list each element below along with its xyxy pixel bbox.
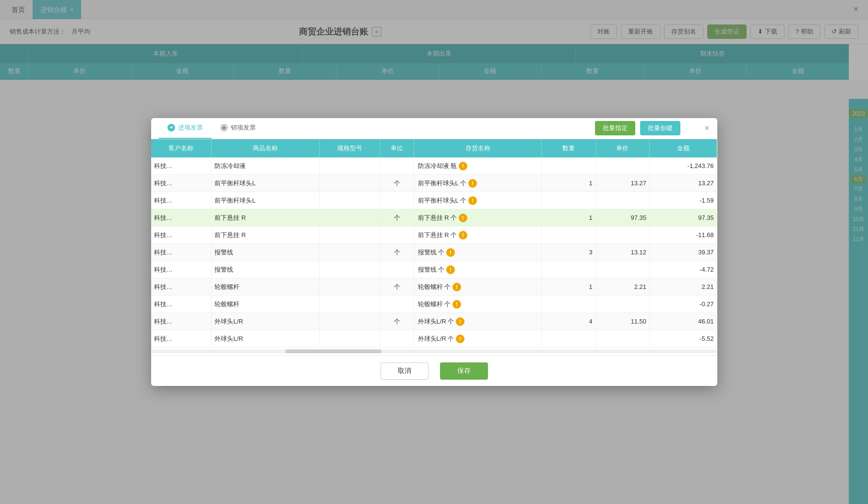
table-row: 科技…报警线个报警线 个 !313.1239.37 [151,244,717,261]
dialog-actions: 批量指定 批量创建 [595,121,680,135]
table-row: 科技…外球头L/R外球头L/R 个 !-5.52 [151,330,717,348]
warning-icon: ! [459,214,467,222]
dialog-table-wrap[interactable]: 客户名称 商品名称 规格型号 单位 存货名称 数量 单价 金额 科技…防冻冷却液… [151,139,717,356]
warning-icon: ! [452,300,461,309]
table-row: 科技…轮毂螺杆轮毂螺杆 个 !-0.27 [151,296,717,313]
col-amount: 金额 [650,139,717,157]
table-row: 科技…外球头L/R个外球头L/R 个 !411.5046.01 [151,313,717,330]
scrollbar-thumb[interactable] [285,349,381,353]
table-row: 科技…轮毂螺杆个轮毂螺杆 个 !12.212.21 [151,278,717,296]
batch-create-button[interactable]: 批量创建 [640,121,680,135]
modal-overlay: ✦ 进项发票 ◈ 销项发票 批量指定 批量创建 × [0,0,868,504]
outgoing-tab-icon: ◈ [220,124,228,132]
col-price: 单价 [595,139,649,157]
incoming-tab-icon: ✦ [167,124,175,132]
warning-icon: ! [459,162,467,170]
warning-icon: ! [452,283,461,291]
col-spec: 规格型号 [320,139,380,157]
table-header-row: 客户名称 商品名称 规格型号 单位 存货名称 数量 单价 金额 [151,139,717,157]
dialog-footer: 取消 保存 [151,355,717,386]
dialog-table: 客户名称 商品名称 规格型号 单位 存货名称 数量 单价 金额 科技…防冻冷却液… [151,139,717,348]
col-inventory: 存货名称 [414,139,542,157]
col-unit: 单位 [380,139,414,157]
table-row: 科技…报警线报警线 个 !-4.72 [151,261,717,278]
batch-assign-button[interactable]: 批量指定 [595,121,635,135]
col-qty: 数量 [542,139,595,157]
warning-icon: ! [456,317,464,326]
horizontal-scrollbar[interactable] [151,349,717,353]
warning-icon: ! [468,196,477,205]
table-row: 科技…前平衡杆球头L前平衡杆球头L 个 !-1.59 [151,192,717,209]
tab-incoming-invoice[interactable]: ✦ 进项发票 [159,118,212,139]
warning-icon: ! [468,179,477,188]
dialog-header: ✦ 进项发票 ◈ 销项发票 批量指定 批量创建 × [151,118,717,139]
dialog-close-button[interactable]: × [704,123,710,133]
tab-outgoing-invoice[interactable]: ◈ 销项发票 [212,118,264,139]
col-product: 商品名称 [212,139,320,157]
warning-icon: ! [446,248,455,257]
incoming-tab-label: 进项发票 [178,117,203,138]
warning-icon: ! [446,265,455,274]
table-row: 科技…前下悬挂 R前下悬挂 R 个 !-11.68 [151,227,717,244]
table-row: 科技…前下悬挂 R个前下悬挂 R 个 !197.3597.35 [151,209,717,227]
dialog: ✦ 进项发票 ◈ 销项发票 批量指定 批量创建 × [151,118,717,386]
table-row: 科技…防冻冷却液防冻冷却液 瓶 !-1,243.76 [151,157,717,175]
warning-icon: ! [459,231,467,240]
table-row: 科技…前平衡杆球头L个前平衡杆球头L 个 !113.2713.27 [151,175,717,192]
col-client: 客户名称 [151,139,212,157]
cancel-button[interactable]: 取消 [380,362,428,380]
save-button[interactable]: 保存 [440,362,488,380]
outgoing-tab-label: 销项发票 [231,117,256,138]
warning-icon: ! [456,335,464,343]
